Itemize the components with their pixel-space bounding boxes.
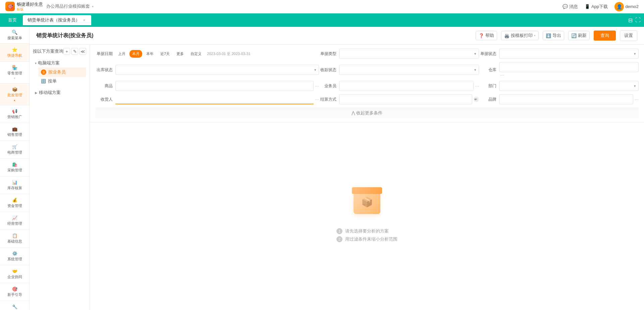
collapse-conditions-button[interactable]: ⋀ 收起更多条件 bbox=[95, 108, 639, 118]
template-print-button[interactable]: 🖨️ 按模板打印 ▾ bbox=[501, 31, 539, 40]
payment-status-select[interactable] bbox=[339, 65, 479, 75]
page-title: 销货单统计表(按业务员) bbox=[36, 32, 94, 39]
salesperson-dots[interactable]: ··· bbox=[475, 83, 479, 89]
add-icon: + bbox=[65, 49, 68, 54]
help-button[interactable]: ❓ 帮助 bbox=[476, 31, 497, 40]
date-tab-last-month[interactable]: 上月 bbox=[115, 50, 128, 58]
filter-stock-status: 出库状态 bbox=[95, 65, 319, 75]
sidebar-item-inventory[interactable]: 📊 库存核算 bbox=[0, 176, 29, 194]
edit-scheme-button[interactable]: ✎ bbox=[71, 48, 78, 55]
query-button[interactable]: 查询 bbox=[594, 31, 616, 41]
sidebar-item-app-center[interactable]: 🔧 应用中心 bbox=[0, 301, 29, 310]
app-download-button[interactable]: 📱 App下载 bbox=[585, 4, 608, 10]
stock-status-label: 出库状态 bbox=[95, 67, 115, 73]
stock-status-select[interactable] bbox=[115, 65, 319, 75]
filter-form: 单据日期 上月 本月 本年 近7天 更多 自定义 20 bbox=[90, 45, 644, 122]
refresh-button[interactable]: 🔄 刷新 bbox=[568, 31, 590, 40]
tab-close-icon[interactable]: × bbox=[82, 18, 87, 22]
tree-child-salesperson[interactable]: 业 按业务员 bbox=[38, 67, 86, 77]
marketing-label: 营销推广 bbox=[7, 114, 22, 119]
setting-button[interactable]: 设置 bbox=[620, 30, 637, 41]
newbie-label: 新手引导 bbox=[7, 292, 22, 297]
sidebar-item-finance[interactable]: 💰 资金管理 bbox=[0, 194, 29, 212]
empty-hint-1: 1 请先选择要分析的方案 bbox=[336, 228, 397, 234]
print-icon: 🖨️ bbox=[504, 33, 509, 38]
desktop-tree-parent[interactable]: ▾ 电脑端方案 bbox=[33, 59, 86, 67]
hint-num-1: 1 bbox=[336, 228, 342, 234]
cooperation-icon: 🤝 bbox=[12, 269, 17, 274]
settlement-clear-icon[interactable]: × bbox=[474, 97, 479, 102]
consignee-label: 收货人 bbox=[95, 97, 115, 102]
salesperson-icon: 业 bbox=[41, 69, 46, 75]
date-tab-more[interactable]: 更多 bbox=[174, 50, 186, 58]
header-left: 🎯 畅捷通好生意 标版 办公用品行业模拟账套 ▾ bbox=[5, 2, 94, 12]
finance-label: 资金管理 bbox=[7, 203, 22, 208]
page-header: 销货单统计表(按业务员) ❓ 帮助 🖨️ 按模板打印 ▾ ⬇️ 导出 🔄 刷 bbox=[30, 27, 644, 45]
app-download-label: App下载 bbox=[591, 4, 608, 10]
retail-label: 零售管理 bbox=[7, 71, 22, 76]
goods-dots[interactable]: ··· bbox=[315, 83, 319, 89]
filter-consignee: 收货人 ··· bbox=[95, 94, 319, 104]
date-tab-this-year[interactable]: 本年 bbox=[144, 50, 156, 58]
message-icon: 💬 bbox=[562, 4, 568, 9]
date-tab-custom[interactable]: 自定义 bbox=[188, 50, 204, 58]
brand-input[interactable] bbox=[499, 94, 634, 104]
sidebar-item-operations[interactable]: 📈 经营管理 bbox=[0, 212, 29, 230]
sidebar-item-wholesale[interactable]: 📦 批发管理 ▴ bbox=[0, 84, 29, 105]
tab-sales-stat[interactable]: 销货单统计表（按业务员） × bbox=[23, 15, 91, 25]
tab-bar: 首页 销货单统计表（按业务员） × ⊟ ⛶ bbox=[0, 13, 644, 27]
add-scheme-button[interactable]: + bbox=[63, 48, 70, 55]
message-label: 消息 bbox=[569, 4, 578, 10]
right-content: 单据日期 上月 本月 本年 近7天 更多 自定义 20 bbox=[90, 45, 644, 310]
user-profile[interactable]: 👤 demo2 bbox=[614, 2, 639, 11]
sidebar-item-marketing[interactable]: 📢 营销推广 bbox=[0, 105, 29, 123]
help-label: 帮助 bbox=[485, 33, 494, 39]
message-button[interactable]: 💬 消息 bbox=[562, 4, 578, 10]
sidebar-quick-nav[interactable]: ⭐ 快捷导航 bbox=[0, 44, 29, 62]
hint-text-1: 请先选择要分析的方案 bbox=[345, 228, 389, 234]
sidebar-item-cooperation[interactable]: 🤝 企业协同 bbox=[0, 265, 29, 283]
sidebar-item-newbie[interactable]: 🎯 新手引导 bbox=[0, 283, 29, 301]
date-tab-this-month[interactable]: 本月 bbox=[129, 50, 142, 58]
salesperson-input[interactable] bbox=[339, 81, 474, 91]
department-select[interactable] bbox=[499, 81, 639, 91]
brand-control: ··· bbox=[499, 94, 639, 104]
goods-input[interactable] bbox=[115, 81, 314, 91]
sidebar-item-retail[interactable]: 🏪 零售管理 ▾ bbox=[0, 62, 29, 84]
mobile-tree-parent[interactable]: ▶ 移动端方案 bbox=[33, 88, 86, 97]
desktop-tree-node: ▾ 电脑端方案 业 按业务员 🔢 按单 bbox=[33, 57, 86, 87]
minimize-icon[interactable]: ⊟ bbox=[628, 17, 633, 23]
collapse-panel-button[interactable]: ≪ bbox=[79, 48, 86, 55]
desktop-tree-children: 业 按业务员 🔢 按单 bbox=[33, 67, 86, 86]
breadcrumb[interactable]: 办公用品行业模拟账套 ▾ bbox=[46, 3, 94, 9]
sidebar-item-system[interactable]: ⚙️ 系统管理 bbox=[0, 248, 29, 265]
consignee-dots[interactable]: ··· bbox=[315, 97, 319, 102]
salesperson-control: ··· bbox=[339, 81, 479, 91]
sidebar-item-sales[interactable]: 💼 销售管理 bbox=[0, 123, 29, 141]
consignee-input[interactable] bbox=[115, 94, 314, 104]
sidebar: 🔍 搜索菜单 ⭐ 快捷导航 🏪 零售管理 ▾ 📦 批发管理 ▴ 📢 营销推广 💼… bbox=[0, 27, 30, 310]
warehouse-dots[interactable]: ··· bbox=[500, 72, 504, 78]
warehouse-control: ··· bbox=[499, 62, 639, 78]
body-layout: 按以下方案查询 + ✎ ≪ bbox=[30, 45, 644, 310]
settlement-select[interactable] bbox=[339, 94, 472, 104]
brand-dots[interactable]: ··· bbox=[635, 97, 639, 102]
inventory-icon: 📊 bbox=[12, 180, 17, 185]
sidebar-search[interactable]: 🔍 搜索菜单 bbox=[0, 27, 29, 44]
export-button[interactable]: ⬇️ 导出 bbox=[543, 31, 564, 40]
doc-type-select[interactable] bbox=[339, 49, 479, 59]
tab-home[interactable]: 首页 bbox=[3, 15, 21, 25]
maximize-icon[interactable]: ⛶ bbox=[635, 17, 641, 23]
date-tab-7days[interactable]: 近7天 bbox=[158, 50, 172, 58]
tree-sub-order[interactable]: 🔢 按单 bbox=[38, 77, 86, 86]
main-layout: 🔍 搜索菜单 ⭐ 快捷导航 🏪 零售管理 ▾ 📦 批发管理 ▴ 📢 营销推广 💼… bbox=[0, 27, 644, 310]
sidebar-item-purchase[interactable]: 🛍️ 采购管理 bbox=[0, 159, 29, 176]
doc-status-select[interactable] bbox=[499, 49, 639, 59]
sales-icon: 💼 bbox=[12, 126, 17, 132]
sidebar-item-basic-info[interactable]: 📋 基础信息 bbox=[0, 230, 29, 248]
payment-status-label: 收款状态 bbox=[319, 67, 339, 73]
warehouse-input[interactable] bbox=[499, 62, 639, 72]
sidebar-item-ecommerce[interactable]: 🛒 电商管理 bbox=[0, 141, 29, 159]
inventory-label: 库存核算 bbox=[7, 186, 22, 191]
goods-control: ··· bbox=[115, 81, 319, 91]
